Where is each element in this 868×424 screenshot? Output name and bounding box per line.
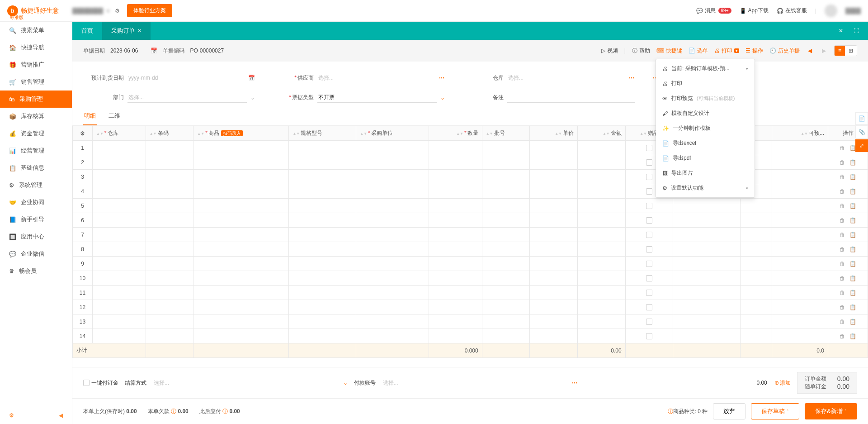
- settings-icon[interactable]: ⚙: [9, 412, 14, 419]
- supplier-picker-icon[interactable]: ⋯: [439, 75, 445, 81]
- gift-checkbox[interactable]: [646, 188, 652, 195]
- scan-badge[interactable]: 扫码录入: [221, 130, 243, 136]
- gift-checkbox[interactable]: [646, 246, 652, 252]
- print-link[interactable]: 🖨打印▾: [714, 47, 739, 55]
- delete-row-icon[interactable]: 🗑: [840, 333, 845, 339]
- table-row[interactable]: 11 🗑📋: [73, 286, 868, 300]
- avatar[interactable]: [825, 5, 837, 17]
- tab-home[interactable]: 首页: [72, 22, 102, 40]
- rail-attach-icon[interactable]: 📎: [855, 126, 868, 138]
- sidebar-item-collab[interactable]: 🤝企业协同: [0, 194, 72, 211]
- table-row[interactable]: 9 🗑📋: [73, 257, 868, 271]
- shortcut-link[interactable]: ⌨快捷键: [656, 47, 682, 55]
- sidebar-item-basic[interactable]: 📋基础信息: [0, 159, 72, 176]
- dd-default-setting[interactable]: ⚙设置默认功能▾: [656, 181, 755, 195]
- sidebar-item-system[interactable]: ⚙系统管理: [0, 176, 72, 194]
- dd-export-img[interactable]: 🖼导出图片: [656, 166, 755, 181]
- table-row[interactable]: 7 🗑📋: [73, 228, 868, 242]
- select-link[interactable]: 📄选单: [689, 47, 708, 55]
- delete-row-icon[interactable]: 🗑: [840, 290, 845, 296]
- copy-row-icon[interactable]: 📋: [849, 174, 856, 180]
- gift-checkbox[interactable]: [646, 290, 652, 296]
- discard-button[interactable]: 放弃: [713, 403, 745, 419]
- messages-link[interactable]: 💬 消息 99+: [696, 7, 731, 14]
- pay-acct-picker-icon[interactable]: ⋯: [572, 380, 578, 386]
- next-doc-icon[interactable]: ▶: [820, 48, 828, 54]
- pay-acct-input[interactable]: [382, 378, 566, 388]
- info-icon[interactable]: ⓘ: [171, 408, 176, 414]
- dd-print[interactable]: 🖨打印: [656, 76, 755, 91]
- add-payment-button[interactable]: ⊕添加: [774, 379, 791, 387]
- sidebar-item-sales[interactable]: 🛒销售管理: [0, 73, 72, 91]
- calendar-icon[interactable]: 📅: [151, 48, 157, 54]
- copy-row-icon[interactable]: 📋: [849, 304, 856, 310]
- copy-row-icon[interactable]: 📋: [849, 319, 856, 325]
- table-row[interactable]: 5 🗑📋: [73, 199, 868, 213]
- fullscreen-icon[interactable]: ⛶: [851, 25, 862, 36]
- chevron-down-icon[interactable]: ⌄: [343, 380, 348, 386]
- gift-checkbox[interactable]: [646, 217, 652, 224]
- delete-row-icon[interactable]: 🗑: [840, 145, 845, 151]
- sidebar-item-apps[interactable]: 🔲应用中心: [0, 228, 72, 245]
- delete-row-icon[interactable]: 🗑: [840, 174, 845, 180]
- gift-checkbox[interactable]: [646, 232, 652, 238]
- sidebar-item-operation[interactable]: 📊经营管理: [0, 142, 72, 159]
- gift-checkbox[interactable]: [646, 174, 652, 180]
- delete-row-icon[interactable]: 🗑: [840, 319, 845, 325]
- copy-row-icon[interactable]: 📋: [849, 232, 856, 238]
- delete-row-icon[interactable]: 🗑: [840, 275, 845, 281]
- col-gear[interactable]: ⚙: [73, 126, 93, 141]
- close-icon[interactable]: ✕: [137, 28, 142, 34]
- delete-row-icon[interactable]: 🗑: [840, 261, 845, 267]
- table-row[interactable]: 12 🗑📋: [73, 300, 868, 314]
- delete-row-icon[interactable]: 🗑: [840, 217, 845, 224]
- col-batch[interactable]: ▲▼批号: [482, 126, 530, 141]
- copy-row-icon[interactable]: 📋: [849, 246, 856, 252]
- table-row[interactable]: 14 🗑📋: [73, 329, 868, 343]
- table-row[interactable]: 6 🗑📋: [73, 213, 868, 228]
- copy-row-icon[interactable]: 📋: [849, 261, 856, 267]
- copy-row-icon[interactable]: 📋: [849, 159, 856, 166]
- dd-current-template[interactable]: 🖨当前: 采购订单模板-预...▾: [656, 61, 755, 76]
- supplier-input[interactable]: [317, 73, 435, 83]
- pay-amount-input[interactable]: [584, 378, 768, 388]
- save-new-button[interactable]: 保存&新增˄: [805, 403, 857, 419]
- copy-row-icon[interactable]: 📋: [849, 290, 856, 296]
- dd-export-pdf[interactable]: 📄导出pdf: [656, 151, 755, 166]
- delete-row-icon[interactable]: 🗑: [840, 232, 845, 238]
- settle-input[interactable]: [153, 378, 337, 388]
- app-download-link[interactable]: 📱 App下载: [740, 7, 769, 14]
- calendar-icon[interactable]: 📅: [248, 75, 255, 81]
- username[interactable]: ████: [845, 8, 861, 14]
- org-selector[interactable]: ████████▾: [72, 8, 109, 14]
- sidebar-item-marketing[interactable]: 🎁营销推广: [0, 56, 72, 73]
- rail-doc-icon[interactable]: 📄: [855, 112, 868, 125]
- col-amount[interactable]: ▲▼金额: [578, 126, 626, 141]
- warehouse-input[interactable]: [507, 73, 625, 83]
- col-barcode[interactable]: ▲▼条码: [146, 126, 193, 141]
- copy-row-icon[interactable]: 📋: [849, 188, 856, 195]
- history-link[interactable]: 🕘历史单据: [769, 47, 800, 55]
- arrive-date-input[interactable]: [127, 73, 245, 83]
- gear-icon[interactable]: ⚙: [115, 8, 120, 14]
- deposit-checkbox[interactable]: 一键付订金: [83, 379, 118, 387]
- sidebar-item-search[interactable]: 🔍搜索菜单: [0, 22, 72, 39]
- copy-row-icon[interactable]: 📋: [849, 275, 856, 281]
- sidebar-item-purchase[interactable]: 🛍采购管理: [0, 91, 72, 108]
- copy-row-icon[interactable]: 📋: [849, 203, 856, 209]
- sidebar-item-member[interactable]: ♛畅会员: [0, 262, 72, 280]
- view-grid-icon[interactable]: ⊞: [845, 46, 857, 56]
- remark-input[interactable]: [507, 92, 635, 103]
- sidebar-item-wecom[interactable]: 💬企业微信: [0, 245, 72, 262]
- gift-checkbox[interactable]: [646, 304, 652, 310]
- table-row[interactable]: 10 🗑📋: [73, 271, 868, 286]
- info-icon[interactable]: ⓘ: [668, 408, 673, 414]
- col-spec[interactable]: ▲▼规格型号: [289, 126, 356, 141]
- gift-checkbox[interactable]: [646, 145, 652, 151]
- delete-row-icon[interactable]: 🗑: [840, 203, 845, 209]
- subtab-two-d[interactable]: 二维: [108, 107, 121, 125]
- table-row[interactable]: 8 🗑📋: [73, 242, 868, 257]
- sidebar-item-guide[interactable]: 📘新手引导: [0, 211, 72, 228]
- col-product[interactable]: ▲▼*商品扫码录入: [193, 126, 289, 141]
- rail-expand-icon[interactable]: ⤢: [855, 139, 868, 152]
